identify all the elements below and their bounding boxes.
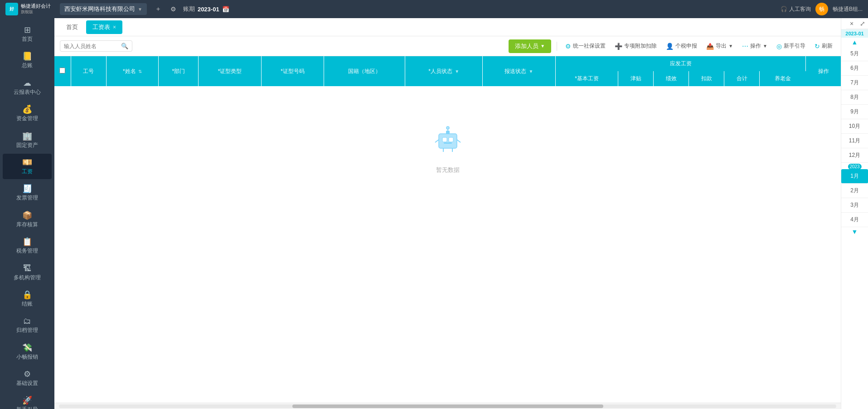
export-label: 导出	[716, 42, 727, 50]
table-container: 工号 *姓名 ⇅ *部门 *证型类型 *证型号码	[54, 56, 841, 403]
tab-bar: 首页 工资表 ×	[54, 18, 841, 36]
tab-home[interactable]: 首页	[60, 20, 84, 34]
settings-button[interactable]: ⚙	[168, 3, 179, 15]
user-name[interactable]: 畅捷通B组...	[833, 5, 863, 13]
home-icon: ⊞	[24, 26, 31, 34]
sidebar-item-tax[interactable]: 📋 税务管理	[3, 233, 52, 258]
name-sort-icon[interactable]: ⇅	[138, 69, 142, 74]
sidebar-item-archive[interactable]: 🗂 归档管理	[3, 312, 52, 338]
th-ops: 操作	[806, 56, 841, 86]
sidebar-item-expense[interactable]: 💸 小畅报销	[3, 339, 52, 365]
th-cert-no: *证型号码	[261, 56, 324, 86]
date-month-5[interactable]: 5月	[841, 47, 868, 61]
main-layout: ⊞ 首页 📒 总账 ☁ 云报表中心 💰 资金管理 🏢 固定资产 💴 工资 🧾 发…	[0, 18, 868, 409]
social-settings-button[interactable]: ⚙ 统一社保设置	[563, 40, 608, 52]
th-cert-type: *证型类型	[199, 56, 261, 86]
date-month-8[interactable]: 8月	[841, 90, 868, 105]
fixed-asset-icon: 🏢	[22, 132, 32, 140]
new-guide-button[interactable]: ◎ 新手引导	[774, 40, 808, 52]
date-panel-year-label: 2023-01	[841, 29, 868, 38]
sidebar-item-multi-org[interactable]: 🏗 多机构管理	[3, 260, 52, 285]
th-name: *姓名 ⇅	[106, 56, 159, 86]
search-box[interactable]: 🔍	[60, 40, 132, 52]
date-month-11[interactable]: 11月	[841, 134, 868, 148]
toolbar: 🔍 添加人员 ▼ ⚙ 统一社保设置 ➕ 专项附加扣除 👤 个税申报 📤	[54, 36, 841, 56]
new-guide-icon: ◎	[776, 43, 782, 50]
refresh-button[interactable]: ↻ 刷新	[812, 40, 835, 52]
export-button[interactable]: 📤 导出 ▼	[703, 40, 736, 52]
date-month-6[interactable]: 6月	[841, 61, 868, 76]
person-status-filter-icon[interactable]: ▼	[455, 69, 459, 74]
date-month-12[interactable]: 12月	[841, 148, 868, 163]
add-person-button[interactable]: 添加人员 ▼	[509, 39, 551, 53]
th-checkbox[interactable]	[54, 56, 71, 86]
sidebar-item-close[interactable]: 🔒 结账	[3, 286, 52, 312]
sidebar-item-ledger[interactable]: 📒 总账	[3, 48, 52, 73]
date-month-4[interactable]: 4月	[841, 213, 868, 227]
search-input[interactable]	[64, 43, 118, 49]
avatar[interactable]: 畅	[815, 3, 828, 15]
h-scrollbar-track[interactable]	[59, 404, 836, 408]
sidebar-item-invoice[interactable]: 🧾 发票管理	[3, 180, 52, 205]
refresh-label: 刷新	[822, 42, 833, 50]
logo-icon: 好	[5, 3, 18, 15]
add-company-button[interactable]: ＋	[152, 3, 164, 15]
date-month-2[interactable]: 2月	[841, 184, 868, 198]
tab-salary[interactable]: 工资表 ×	[86, 20, 122, 34]
sidebar-item-guide[interactable]: 🚀 新手引导	[3, 392, 52, 409]
operations-icon: ⋯	[742, 43, 748, 50]
operations-button[interactable]: ⋯ 操作 ▼	[739, 40, 770, 52]
table-header-row-1: 工号 *姓名 ⇅ *部门 *证型类型 *证型号码	[54, 56, 841, 71]
panel-expand-button[interactable]: ⤢	[857, 18, 868, 29]
special-deduction-button[interactable]: ➕ 专项附加扣除	[612, 40, 659, 52]
date-month-9[interactable]: 9月	[841, 105, 868, 119]
search-icon: 🔍	[121, 43, 128, 49]
expense-icon: 💸	[22, 344, 32, 352]
sidebar-item-fixed-asset[interactable]: 🏢 固定资产	[3, 127, 52, 153]
sidebar-item-salary[interactable]: 💴 工资	[3, 154, 52, 179]
period-area: 账期 2023-01 📅	[183, 5, 229, 13]
sidebar-label-ledger: 总账	[22, 62, 33, 68]
company-dropdown-icon: ▼	[138, 7, 142, 12]
th-work-no: 工号	[71, 56, 106, 86]
header-actions: ＋ ⚙	[152, 3, 179, 15]
date-month-7[interactable]: 7月	[841, 76, 868, 90]
personal-tax-button[interactable]: 👤 个税申报	[663, 40, 700, 52]
sidebar-label-home: 首页	[22, 36, 33, 42]
date-month-1[interactable]: 1月	[841, 169, 868, 184]
tab-close-icon[interactable]: ×	[113, 24, 116, 30]
social-settings-label: 统一社保设置	[573, 42, 606, 50]
sidebar-label-fixed-asset: 固定资产	[16, 142, 38, 148]
panel-close-button[interactable]: ×	[846, 18, 857, 29]
special-deduction-icon: ➕	[615, 43, 622, 50]
sidebar-item-home[interactable]: ⊞ 首页	[3, 21, 52, 47]
date-month-10[interactable]: 10月	[841, 119, 868, 134]
select-all-checkbox[interactable]	[59, 68, 65, 73]
new-guide-label: 新手引导	[784, 42, 805, 50]
date-panel: × ⤢ 2023-01 ▲ 5月 6月 7月 8月 9月 10月 11月 12月…	[841, 18, 868, 409]
export-icon: 📤	[706, 43, 714, 50]
period-value[interactable]: 2023-01	[198, 6, 219, 13]
sidebar-item-cloud-report[interactable]: ☁ 云报表中心	[3, 74, 52, 100]
guide-icon: 🚀	[22, 396, 32, 404]
sidebar-item-fund[interactable]: 💰 资金管理	[3, 101, 52, 126]
fund-icon: 💰	[22, 105, 32, 113]
archive-icon: 🗂	[23, 317, 31, 325]
date-nav-down[interactable]: ▼	[841, 227, 868, 236]
sidebar-item-settings[interactable]: ⚙ 基础设置	[3, 365, 52, 391]
empty-state: 暂无数据	[54, 86, 841, 210]
calendar-icon[interactable]: 📅	[222, 6, 229, 13]
export-arrow-icon: ▼	[728, 44, 733, 49]
date-month-3[interactable]: 3月	[841, 198, 868, 213]
date-nav-up[interactable]: ▲	[841, 38, 868, 47]
sidebar-item-inventory[interactable]: 📦 库存核算	[3, 207, 52, 232]
th-base-salary: *基本工资	[555, 71, 618, 86]
th-total: 合计	[724, 71, 760, 86]
h-scrollbar-thumb[interactable]	[292, 404, 603, 408]
divider-1	[557, 42, 557, 51]
th-pension: 养老金	[760, 71, 806, 86]
service-label: 人工客询	[789, 5, 811, 13]
company-selector[interactable]: 西安虾米网络科技有限公司 ▼	[60, 3, 147, 15]
report-status-filter-icon[interactable]: ▼	[529, 69, 533, 74]
customer-service-button[interactable]: 🎧 人工客询	[781, 5, 811, 13]
